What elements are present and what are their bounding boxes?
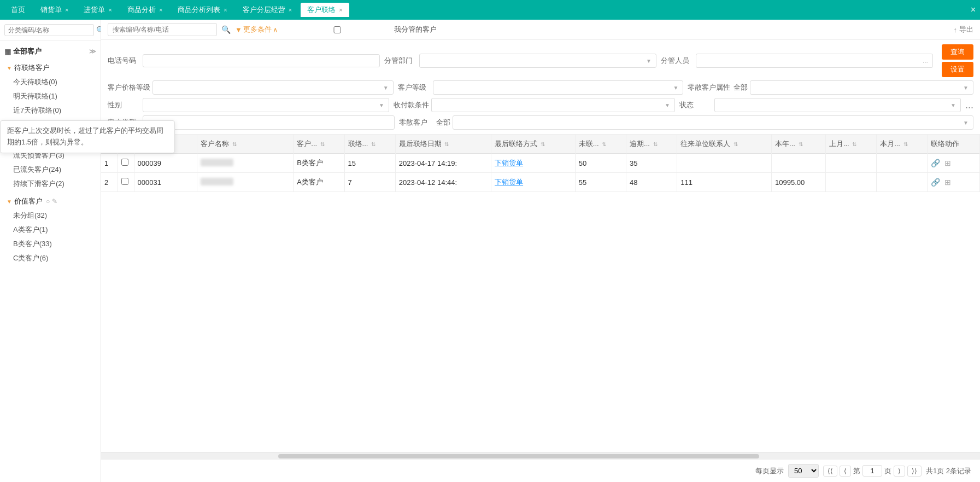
grid-icon-1[interactable]: ⊞ bbox=[944, 159, 951, 167]
sidebar-item-7days[interactable]: 近7天待联络(0) bbox=[0, 103, 101, 118]
sort-icon-contacts[interactable]: ⇅ bbox=[371, 141, 375, 147]
retail-customer-select[interactable]: ▼ bbox=[453, 115, 973, 130]
close-customer-tier-tab[interactable]: × bbox=[289, 7, 292, 13]
sidebar-item-churned[interactable]: 已流失客户(24) bbox=[0, 162, 101, 177]
tab-analysis[interactable]: 商品分析 × bbox=[121, 3, 169, 17]
sidebar-all-customers[interactable]: ▦ 全部客户 ≫ bbox=[0, 43, 101, 60]
tab-customer-tier[interactable]: 客户分层经营 × bbox=[236, 3, 298, 17]
tab-sales[interactable]: 销货单 × bbox=[34, 3, 75, 17]
sidebar-item-tomorrow[interactable]: 明天待联络(1) bbox=[0, 89, 101, 103]
link-icon-1[interactable]: 🔗 bbox=[931, 159, 940, 167]
sidebar-item-class-a[interactable]: A类客户(1) bbox=[0, 223, 101, 237]
sidebar-item-class-b[interactable]: B类客户(33) bbox=[0, 237, 101, 251]
cell-this-year-2: 10995.00 bbox=[772, 173, 826, 192]
sort-icon-last-method[interactable]: ⇅ bbox=[541, 141, 545, 147]
sidebar-item-declining[interactable]: 持续下滑客户(2) bbox=[0, 177, 101, 191]
grid-icon-2[interactable]: ⊞ bbox=[944, 178, 951, 187]
last-method-link-1[interactable]: 下销货单 bbox=[495, 159, 523, 167]
tab-customer-contact[interactable]: 客户联络 × bbox=[301, 3, 349, 17]
manager-select[interactable]: … bbox=[696, 54, 933, 68]
sort-icon-uncontacted[interactable]: ⇅ bbox=[602, 141, 606, 147]
close-sales-tab[interactable]: × bbox=[65, 7, 68, 13]
customer-grade-select[interactable]: ▼ bbox=[433, 80, 684, 95]
next-page-btn[interactable]: ⟩ bbox=[894, 466, 905, 477]
col-this-year[interactable]: 本年... ⇅ bbox=[772, 135, 826, 154]
more-conditions-btn[interactable]: ▼ 更多条件 ∧ bbox=[235, 25, 278, 34]
sidebar-search-icon[interactable]: 🔍 bbox=[96, 26, 101, 34]
edit-icon[interactable]: ✎ bbox=[52, 198, 57, 205]
customer-type-select[interactable] bbox=[143, 115, 395, 130]
col-last-date[interactable]: 最后联络日期 ⇅ bbox=[395, 135, 491, 154]
col-overdue[interactable]: 逾期... ⇅ bbox=[626, 135, 677, 154]
tab-analysis-list[interactable]: 商品分析列表 × bbox=[171, 3, 233, 17]
collapse-icon[interactable]: ≫ bbox=[89, 48, 96, 55]
sort-icon-overdue[interactable]: ⇅ bbox=[653, 141, 658, 147]
my-customer-checkbox[interactable] bbox=[283, 26, 392, 33]
cell-seq-1: 1 bbox=[101, 154, 118, 173]
per-page-select[interactable]: 50 100 200 bbox=[788, 464, 819, 478]
payment-select[interactable]: ▼ bbox=[431, 98, 675, 112]
row-checkbox-1[interactable] bbox=[121, 159, 128, 166]
link-icon-2[interactable]: 🔗 bbox=[931, 178, 940, 187]
first-page-btn[interactable]: ⟨⟨ bbox=[823, 466, 837, 477]
cell-grade-1: B类客户 bbox=[294, 154, 344, 173]
row-checkbox-2[interactable] bbox=[121, 178, 128, 185]
page-input[interactable] bbox=[862, 465, 882, 477]
close-analysis-tab[interactable]: × bbox=[159, 7, 162, 13]
col-uncontacted[interactable]: 未联... ⇅ bbox=[575, 135, 626, 154]
retail-attr-select[interactable]: ▼ bbox=[750, 80, 973, 95]
sort-icon-name[interactable]: ⇅ bbox=[232, 141, 237, 147]
sort-icon-contact-person[interactable]: ⇅ bbox=[733, 141, 738, 147]
horizontal-scrollbar[interactable] bbox=[101, 452, 980, 459]
filter-row-2: 客户价格等级 ▼ 客户等级 ▼ 零散客户属性 全部 bbox=[108, 80, 973, 95]
col-this-month[interactable]: 本月... ⇅ bbox=[877, 135, 928, 154]
sidebar-value-header[interactable]: ▼ 价值客户 ○ ✎ bbox=[0, 194, 101, 208]
sidebar-pending-title[interactable]: ▼ 待联络客户 bbox=[0, 61, 101, 75]
filter-more-button[interactable]: ... bbox=[965, 100, 973, 110]
tab-purchase[interactable]: 进货单 × bbox=[77, 3, 118, 17]
prev-page-btn[interactable]: ⟨ bbox=[840, 466, 851, 477]
sort-icon-last-month[interactable]: ⇅ bbox=[852, 141, 856, 147]
last-method-link-2[interactable]: 下销货单 bbox=[495, 178, 523, 186]
cell-check-2 bbox=[118, 173, 134, 192]
settings-button[interactable]: 设置 bbox=[942, 62, 973, 77]
gender-select[interactable]: ▼ bbox=[143, 98, 389, 112]
close-purchase-tab[interactable]: × bbox=[108, 7, 112, 13]
col-contact-person[interactable]: 往来单位联系人 ⇅ bbox=[677, 135, 772, 154]
sort-icon-this-year[interactable]: ⇅ bbox=[799, 141, 803, 147]
search-input[interactable] bbox=[108, 23, 217, 36]
sidebar-item-class-c[interactable]: C类客户(6) bbox=[0, 251, 101, 265]
close-customer-contact-tab[interactable]: × bbox=[339, 7, 342, 13]
cell-code-1: 000039 bbox=[134, 154, 197, 173]
sort-icon-this-month[interactable]: ⇅ bbox=[903, 141, 908, 147]
filter-status: 状态 ▼ bbox=[679, 98, 961, 112]
search-button-icon[interactable]: 🔍 bbox=[221, 25, 231, 34]
last-page-btn[interactable]: ⟩⟩ bbox=[907, 466, 922, 477]
col-contacts[interactable]: 联络... ⇅ bbox=[344, 135, 395, 154]
price-grade-select[interactable]: ▼ bbox=[152, 80, 394, 95]
sort-icon-last-date[interactable]: ⇅ bbox=[444, 141, 449, 147]
tooltip: 距客户上次交易时长，超过了此客户的平均交易周期的1.5倍，则视为异常。 bbox=[0, 120, 101, 153]
sidebar-item-today[interactable]: 今天待联络(0) bbox=[0, 75, 101, 89]
sort-icon-grade[interactable]: ⇅ bbox=[320, 141, 325, 147]
chevron-down-icon-2: ▼ bbox=[383, 85, 389, 91]
col-grade[interactable]: 客户... ⇅ bbox=[294, 135, 344, 154]
phone-input[interactable] bbox=[143, 54, 380, 67]
export-button[interactable]: ↑ 导出 bbox=[954, 25, 974, 34]
query-button[interactable]: 查询 bbox=[942, 44, 973, 60]
close-all-tabs[interactable]: × bbox=[971, 5, 976, 15]
top-nav: 首页 销货单 × 进货单 × 商品分析 × 商品分析列表 × 客户分层经营 × … bbox=[0, 0, 980, 20]
close-analysis-list-tab[interactable]: × bbox=[224, 7, 227, 13]
sidebar-item-ungroup[interactable]: 未分组(32) bbox=[0, 208, 101, 223]
col-last-month[interactable]: 上月... ⇅ bbox=[825, 135, 876, 154]
scrollbar-thumb[interactable] bbox=[278, 454, 759, 458]
sidebar-search-area: 🔍 bbox=[0, 20, 101, 41]
col-last-method[interactable]: 最后联络方式 ⇅ bbox=[491, 135, 576, 154]
status-select[interactable]: ▼ bbox=[714, 98, 961, 112]
cell-name-1 bbox=[197, 154, 294, 173]
tab-home[interactable]: 首页 bbox=[4, 3, 32, 17]
circle-icon[interactable]: ○ bbox=[46, 198, 50, 205]
col-name[interactable]: 客户名称 ⇅ bbox=[197, 135, 294, 154]
department-select[interactable]: ▼ bbox=[419, 54, 656, 68]
sidebar-search-input[interactable] bbox=[4, 24, 94, 36]
